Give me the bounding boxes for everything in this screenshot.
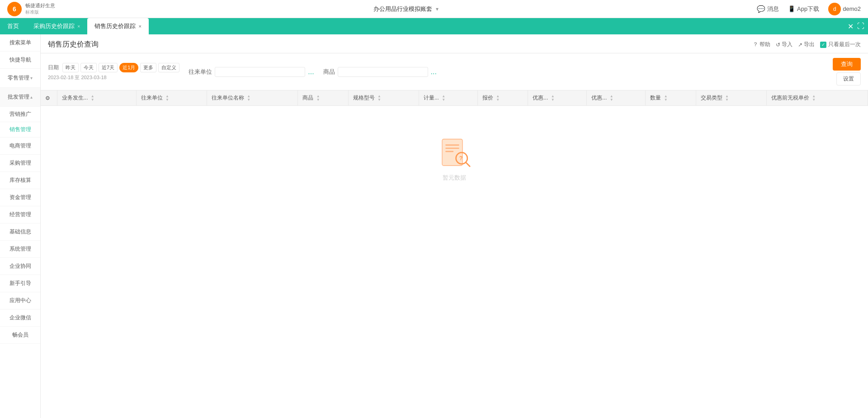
sort-icon-pretax: ▲▼ [812,95,816,102]
product-filter-group: 商品 ... [323,67,437,77]
col-spec-label: 规格型号 [353,95,375,101]
partner-input[interactable] [215,67,305,77]
settings-button[interactable]: 设置 [836,72,861,86]
retail-arrow-icon: ▾ [30,76,33,81]
col-discount1[interactable]: 优惠... ▲▼ [528,90,587,106]
avatar: d [828,3,841,15]
content-area: 销售历史价查询 ？ 帮助 ↺ 导入 ↗ 导出 ✓ 只看最后一次 [41,34,868,418]
sidebar-item-basic[interactable]: 基础信息 [0,223,40,241]
only-last-checkbox[interactable]: ✓ 只看最后一次 [820,41,861,48]
export-button[interactable]: ↗ 导出 [798,41,815,48]
sidebar-item-appcenter[interactable]: 应用中心 [0,292,40,309]
wholesale-label: 批发管理 [8,93,29,101]
tab-bar-actions: ✕ ⛶ [848,22,868,31]
col-settings[interactable]: ⚙ [41,90,57,106]
date-today[interactable]: 今天 [80,63,97,72]
tab-sales-close-icon[interactable]: × [138,24,141,29]
date-7days[interactable]: 近7天 [99,63,118,72]
sidebar-item-search[interactable]: 搜索菜单 [0,34,40,52]
sidebar-item-retail[interactable]: 零售管理 ▾ [0,69,40,88]
logo-sub: 标准版 [25,9,55,15]
membership-label: 畅会员 [12,331,28,339]
help-button[interactable]: ？ 帮助 [753,41,770,48]
product-label: 商品 [323,68,335,76]
user-menu[interactable]: d demo2 [828,3,861,15]
tab-sales-history[interactable]: 销售历史价跟踪 × [87,18,148,34]
sort-icon-quantity: ▲▼ [664,95,668,102]
only-last-label: 只看最后一次 [828,41,861,48]
date-custom[interactable]: 自定义 [158,63,179,72]
table-container: ⚙ 业务发生... ▲▼ 往来单位 ▲▼ 往来单位名称 ▲▼ [41,90,868,418]
date-label: 日期 [48,64,59,71]
date-more[interactable]: 更多 [140,63,156,72]
col-partner[interactable]: 往来单位 ▲▼ [136,90,207,106]
sidebar-item-inventory[interactable]: 库存核算 [0,172,40,189]
col-pretax-price-label: 优惠前无税单价 [771,95,809,101]
help-label: 帮助 [760,41,770,48]
col-spec[interactable]: 规格型号 ▲▼ [348,90,419,106]
tab-home[interactable]: 首页 [0,18,26,34]
operations-label: 经营管理 [9,211,31,218]
product-input[interactable] [338,67,428,77]
import-button[interactable]: ↺ 导入 [776,41,793,48]
date-1month[interactable]: 近1月 [119,63,138,72]
col-settings-icon[interactable]: ⚙ [45,95,50,101]
svg-rect-1 [445,144,459,146]
shortcuts-label: 快捷导航 [9,56,31,64]
date-yesterday[interactable]: 昨天 [62,63,79,72]
sidebar: 搜索菜单 快捷导航 零售管理 ▾ 批发管理 ▴ 营销推广 销售管理 电商管理 采… [0,34,41,418]
sidebar-item-finance[interactable]: 资金管理 [0,189,40,206]
tab-purchase-history[interactable]: 采购历史价跟踪 × [26,18,87,34]
sort-icon-product: ▲▼ [316,95,320,102]
workspace-selector[interactable]: 办公用品行业模拟账套 ▾ [373,5,439,13]
col-business-date-label: 业务发生... [62,95,88,101]
col-unit[interactable]: 计量... ▲▼ [419,90,477,106]
col-trade-type-label: 交易类型 [701,95,722,101]
app-download-button[interactable]: 📱 App下载 [788,5,819,13]
sort-icon-partnername: ▲▼ [247,95,250,102]
col-partner-name[interactable]: 往来单位名称 ▲▼ [207,90,297,106]
col-business-date[interactable]: 业务发生... ▲▼ [57,90,136,106]
message-button[interactable]: 💬 消息 [757,5,779,13]
tab-purchase-close-icon[interactable]: × [77,24,80,29]
sidebar-item-shortcuts[interactable]: 快捷导航 [0,52,40,69]
col-price[interactable]: 报价 ▲▼ [478,90,528,106]
sidebar-item-wholesale[interactable]: 批发管理 ▴ [0,88,40,107]
header-right: 💬 消息 📱 App下载 d demo2 [757,3,861,15]
sidebar-item-operations[interactable]: 经营管理 [0,206,40,223]
inventory-label: 库存核算 [9,176,31,184]
svg-text:?: ? [459,155,463,162]
sidebar-item-system[interactable]: 系统管理 [0,241,40,258]
appcenter-label: 应用中心 [9,297,31,304]
sidebar-item-membership[interactable]: 畅会员 [0,327,40,344]
tab-close-all-icon[interactable]: ✕ [848,22,854,31]
col-quantity-label: 数量 [650,95,661,101]
query-button[interactable]: 查询 [833,58,861,71]
marketing-label: 营销推广 [9,111,31,117]
col-pretax-price[interactable]: 优惠前无税单价 ▲▼ [766,90,868,106]
sidebar-item-ecommerce[interactable]: 电商管理 [0,138,40,155]
col-quantity[interactable]: 数量 ▲▼ [646,90,696,106]
col-discount2[interactable]: 优惠... ▲▼ [587,90,646,106]
date-options: 昨天 今天 近7天 近1月 更多 自定义 [62,63,179,72]
sidebar-item-marketing[interactable]: 营销推广 [0,107,40,122]
sort-icon-price: ▲▼ [496,95,500,102]
sidebar-item-purchase[interactable]: 采购管理 [0,155,40,172]
col-trade-type[interactable]: 交易类型 ▲▼ [696,90,766,106]
page-header: 销售历史价查询 ？ 帮助 ↺ 导入 ↗ 导出 ✓ 只看最后一次 [41,34,868,53]
partner-filter-group: 往来单位 ... [189,67,314,77]
sidebar-item-wechat[interactable]: 企业微信 [0,309,40,327]
sidebar-item-newuser[interactable]: 新手引导 [0,275,40,292]
logo-text: 畅捷通好生意 [25,2,55,9]
app-icon: 📱 [788,5,795,12]
tab-maximize-icon[interactable]: ⛶ [857,22,864,30]
workspace-dropdown-icon[interactable]: ▾ [436,6,439,12]
col-partner-name-label: 往来单位名称 [212,95,244,101]
col-product[interactable]: 商品 ▲▼ [298,90,348,106]
wholesale-arrow-icon: ▴ [30,95,33,100]
partner-dots[interactable]: ... [308,68,314,76]
partner-label: 往来单位 [189,68,212,76]
sidebar-item-enterprise[interactable]: 企业协同 [0,258,40,275]
sidebar-item-sales[interactable]: 销售管理 [0,122,40,138]
product-dots[interactable]: ... [431,68,437,76]
